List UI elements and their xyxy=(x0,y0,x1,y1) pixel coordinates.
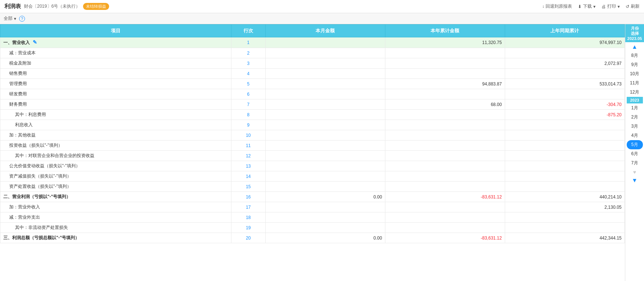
row-name-text: 资产减值损失（损失以"-"填列） xyxy=(9,174,71,179)
row-name-text: 二、营业利润（亏损以"-"号填列） xyxy=(3,194,71,199)
row-name-text: 其中：对联营企业和合营企业的投资收益 xyxy=(15,153,94,158)
cell-ytd-value xyxy=(385,130,505,140)
table-row[interactable]: 其中：利息费用8-875.20 xyxy=(0,110,625,120)
cell-row-num: 19 xyxy=(231,223,265,233)
cell-name: 其中：利息费用 xyxy=(0,110,231,120)
cell-prior-value xyxy=(505,130,625,140)
table-row[interactable]: 二、营业利润（亏损以"-"号填列）160.00-83,631.12440,214… xyxy=(0,192,625,202)
month-item[interactable]: 1月 xyxy=(627,103,643,113)
cell-name: 财务费用 xyxy=(0,99,231,110)
cell-month-value xyxy=(265,120,385,130)
month-item[interactable]: 2月 xyxy=(627,113,643,122)
cell-month-value xyxy=(265,130,385,140)
row-name-text: 公允价值变动收益（损失以"-"填列） xyxy=(9,163,80,168)
cell-month-value xyxy=(265,223,385,233)
table-row[interactable]: 一、营业收入 ✎111,320.75974,997.10 xyxy=(0,37,625,48)
cell-prior-value xyxy=(505,48,625,58)
cell-ytd-value: -83,631.12 xyxy=(385,192,505,202)
cell-name: 一、营业收入 ✎ xyxy=(0,37,231,48)
cell-prior-value xyxy=(505,171,625,182)
month-item[interactable]: 4月 xyxy=(627,131,643,140)
data-table: 项目 行次 本月金额 本年累计金额 上年同期累计 一、营业收入 ✎111,320… xyxy=(0,24,625,243)
toolbar: 全部 ▾ ? xyxy=(0,13,644,24)
row-name-text: 三、利润总额（亏损总额以"-"号填列） xyxy=(3,235,79,240)
cell-row-num: 1 xyxy=(231,37,265,48)
table-row[interactable]: 投资收益（损失以"-"填列）11 xyxy=(0,140,625,151)
cell-row-num: 18 xyxy=(231,212,265,223)
side-panel-header: 月份选择 2023.05 xyxy=(625,24,644,42)
month-item[interactable]: 8月 xyxy=(627,51,643,60)
cell-prior-value xyxy=(505,120,625,130)
cell-prior-value xyxy=(505,212,625,223)
table-row[interactable]: 其中：对联营企业和合营企业的投资收益12 xyxy=(0,151,625,161)
cell-ytd-value xyxy=(385,48,505,58)
table-row[interactable]: 利息收入9 xyxy=(0,120,625,130)
cell-ytd-value: -83,631.12 xyxy=(385,233,505,243)
table-row[interactable]: 管理费用594,883.87533,014.73 xyxy=(0,79,625,89)
month-item[interactable]: 7月 xyxy=(627,158,643,168)
cell-row-num: 16 xyxy=(231,192,265,202)
print-chevron-icon: ▾ xyxy=(618,4,620,9)
month-item[interactable]: 5月 xyxy=(627,140,643,149)
table-row[interactable]: 加：其他收益10 xyxy=(0,130,625,140)
scope-selector[interactable]: 全部 ▾ xyxy=(4,15,16,22)
table-row[interactable]: 减：营业外支出18 xyxy=(0,212,625,223)
table-row[interactable]: 资产减值损失（损失以"-"填列）14 xyxy=(0,171,625,182)
table-row[interactable]: 财务费用768.00-304.70 xyxy=(0,99,625,110)
table-row[interactable]: 税金及附加32,072.97 xyxy=(0,58,625,69)
main-content: 项目 行次 本月金额 本年累计金额 上年同期累计 一、营业收入 ✎111,320… xyxy=(0,24,644,281)
month-item[interactable]: 11月 xyxy=(627,79,643,88)
month-item[interactable]: 3月 xyxy=(627,122,643,131)
cell-month-value xyxy=(265,58,385,69)
header-left: 利润表 财会〔2019〕6号（未执行） 未结转损益 xyxy=(4,3,109,10)
year-marker: 2023 xyxy=(627,97,643,103)
cell-month-value xyxy=(265,99,385,110)
row-name-text: 研发费用 xyxy=(9,91,27,96)
header-right: ↓ 回退到原报表 ⬇ 下载 ▾ 🖨 打印 ▾ ↺ 刷新 xyxy=(542,3,640,10)
table-row[interactable]: 加：营业外收入172,130.05 xyxy=(0,202,625,212)
cell-ytd-value xyxy=(385,212,505,223)
row-name-text: 一、营业收入 xyxy=(3,40,30,45)
table-row[interactable]: 三、利润总额（亏损总额以"-"号填列）200.00-83,631.12442,3… xyxy=(0,233,625,243)
refresh-btn[interactable]: ↺ 刷新 xyxy=(626,3,640,10)
cell-name: 三、利润总额（亏损总额以"-"号填列） xyxy=(0,233,231,243)
col-header-prior: 上年同期累计 xyxy=(505,25,625,37)
cell-ytd-value: 94,883.87 xyxy=(385,79,505,89)
download-btn[interactable]: ⬇ 下载 ▾ xyxy=(578,3,596,10)
cell-prior-value: -304.70 xyxy=(505,99,625,110)
print-btn[interactable]: 🖨 打印 ▾ xyxy=(601,3,620,10)
table-row[interactable]: 研发费用6 xyxy=(0,89,625,99)
page-header: 利润表 财会〔2019〕6号（未执行） 未结转损益 ↓ 回退到原报表 ⬇ 下载 … xyxy=(0,0,644,13)
month-nav-arrow[interactable]: ▲ xyxy=(630,43,639,51)
col-header-month: 本月金额 xyxy=(265,25,385,37)
month-item[interactable]: 10月 xyxy=(627,69,643,79)
current-date-label: 2023.05 xyxy=(627,36,642,41)
cell-name: 利息收入 xyxy=(0,120,231,130)
download-icon: ⬇ xyxy=(578,4,582,9)
cell-row-num: 13 xyxy=(231,161,265,171)
table-row[interactable]: 资产处置收益（损失以"-"填列）15 xyxy=(0,182,625,192)
cell-name: 减：营业外支出 xyxy=(0,212,231,223)
cell-row-num: 2 xyxy=(231,48,265,58)
cell-row-num: 15 xyxy=(231,182,265,192)
table-row[interactable]: 公允价值变动收益（损失以"-"填列）13 xyxy=(0,161,625,171)
month-item[interactable]: 9月 xyxy=(627,60,643,69)
month-item: ♥ xyxy=(627,168,643,176)
month-nav-arrow[interactable]: ▼ xyxy=(630,176,639,185)
cell-ytd-value: 68.00 xyxy=(385,99,505,110)
cell-row-num: 8 xyxy=(231,110,265,120)
table-row[interactable]: 销售费用4 xyxy=(0,69,625,79)
table-row[interactable]: 减：营业成本2 xyxy=(0,48,625,58)
row-name-text: 销售费用 xyxy=(9,71,27,76)
cell-ytd-value xyxy=(385,171,505,182)
row-name-text: 加：其他收益 xyxy=(9,132,36,138)
month-item[interactable]: 6月 xyxy=(627,149,643,158)
month-item[interactable]: 12月 xyxy=(627,88,643,97)
help-icon[interactable]: ? xyxy=(19,16,25,22)
back-btn[interactable]: ↓ 回退到原报表 xyxy=(542,3,572,10)
cell-ytd-value xyxy=(385,69,505,79)
cell-ytd-value xyxy=(385,161,505,171)
print-icon: 🖨 xyxy=(601,4,606,9)
table-row[interactable]: 其中：非流动资产处置损失19 xyxy=(0,223,625,233)
edit-icon[interactable]: ✎ xyxy=(31,39,37,45)
